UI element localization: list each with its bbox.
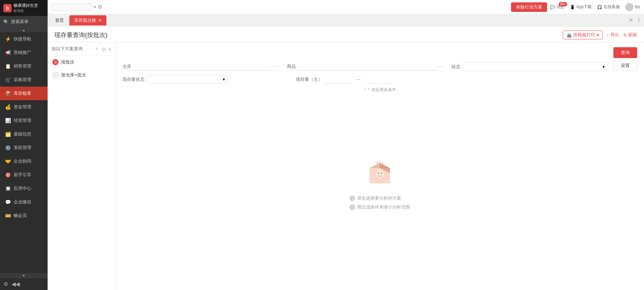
inventory-qty-label: 现存量（主） bbox=[296, 76, 322, 83]
page-actions: 🖨️ 按模板打印 ▾ ↑ 导出 ↻ 刷新 bbox=[563, 31, 638, 39]
warehouse-filter: 仓库 ··· bbox=[122, 62, 283, 71]
warehouse-input[interactable] bbox=[133, 62, 271, 71]
wechat-label: 企业微信 bbox=[14, 199, 31, 205]
quick-nav-icon: ⚡ bbox=[5, 36, 11, 42]
quick-nav-label: 快捷导航 bbox=[14, 36, 31, 42]
sidebar-item-purchase[interactable]: 🛒 采购管理 bbox=[0, 73, 48, 87]
tab-home[interactable]: 首页 bbox=[50, 15, 69, 25]
inventory-status-dropdown-icon: ▾ bbox=[223, 77, 225, 82]
breadcrumb-chevron-icon[interactable]: ▾ bbox=[94, 4, 96, 10]
scheme-warehouse-batch-icon: ◎ bbox=[52, 72, 58, 78]
basic-icon: 🗂️ bbox=[5, 131, 11, 137]
topbar-right: 💬 消息 99+ 📱 App下载 🎧 在线客服 Rit bbox=[550, 3, 640, 11]
sidebar-item-newbie[interactable]: 🎯 新手引导 bbox=[0, 168, 48, 182]
scheme-batch-icon: 批 bbox=[52, 59, 58, 65]
sidebar-scroll-down[interactable]: ▼ bbox=[0, 273, 48, 278]
right-panel: 仓库 ··· 商品 ··· 状态 ▾ bbox=[116, 42, 644, 290]
sidebar-item-system[interactable]: ⚙️ 系统管理 bbox=[0, 141, 48, 155]
tab-close-icon[interactable]: ✕ bbox=[98, 18, 102, 23]
scheme-by-batch[interactable]: 批 按批次 bbox=[48, 56, 115, 69]
page-title: 现存量查询(按批次) bbox=[54, 31, 107, 39]
tip-text-2: 用过滤条件来缩小分析范围 bbox=[357, 204, 410, 210]
refresh-button[interactable]: ↻ 刷新 bbox=[623, 32, 637, 38]
sidebar-item-basic[interactable]: 🗂️ 基础信息 bbox=[0, 127, 48, 141]
sidebar-item-inventory[interactable]: 📦 库存核算 bbox=[0, 87, 48, 100]
settings-button[interactable]: 设置 bbox=[613, 60, 637, 71]
sidebar-item-enterprise[interactable]: 🤝 企业协同 bbox=[0, 155, 48, 168]
empty-state: 1 请先选择要分析的方案 2 用过滤条件来缩小分析范围 bbox=[116, 97, 644, 290]
collapse-more-conditions[interactable]: ⌃⌃ 收起更多条件 bbox=[122, 85, 637, 96]
app-download-item[interactable]: 📱 App下载 bbox=[570, 4, 592, 10]
print-button[interactable]: 🖨️ 按模板打印 ▾ bbox=[563, 31, 603, 39]
search-input[interactable] bbox=[52, 3, 92, 11]
sidebar-item-operations[interactable]: 📊 经营管理 bbox=[0, 114, 48, 127]
tip-num-1: 1 bbox=[350, 196, 355, 201]
purchase-icon: 🛒 bbox=[5, 77, 11, 83]
user-profile-item[interactable]: Rit bbox=[625, 3, 640, 11]
warehouse-more-icon[interactable]: ··· bbox=[273, 64, 279, 70]
collapse-left-icon[interactable]: « bbox=[108, 46, 111, 52]
sidebar-item-marketing[interactable]: 📢 营销推广 bbox=[0, 46, 48, 59]
svg-line-8 bbox=[382, 162, 383, 165]
printer-icon: 🖨️ bbox=[566, 33, 572, 38]
collapse-label: 收起更多条件 bbox=[372, 87, 396, 93]
sidebar-item-finance[interactable]: 💰 资金管理 bbox=[0, 100, 48, 114]
sidebar-item-apps[interactable]: 🔲 应用中心 bbox=[0, 182, 48, 195]
scheme-batch-label: 按批次 bbox=[61, 59, 74, 65]
app-download-label: App下载 bbox=[576, 4, 592, 10]
scheme-settings-icon[interactable]: ◎ bbox=[102, 46, 106, 52]
app-logo: b bbox=[3, 4, 12, 12]
qty-range-dash: — bbox=[354, 77, 363, 82]
inventory-status-filter: 现存量状态 ▾ bbox=[122, 75, 290, 84]
settings-gear-icon[interactable]: ⚙ bbox=[98, 4, 102, 10]
print-label: 按模板打印 bbox=[573, 32, 595, 38]
member-label: 畅会员 bbox=[14, 213, 27, 219]
online-service-item[interactable]: 🎧 在线客服 bbox=[597, 4, 620, 10]
product-input[interactable] bbox=[298, 62, 436, 71]
sidebar: b 畅康通好生意 标准版 🔍 搜索菜单 ▲ ⚡ 快捷导航 📢 营销推广 📋 销售… bbox=[0, 0, 48, 290]
user-name: Rit bbox=[635, 5, 640, 10]
messages-badge: 99+ bbox=[559, 2, 567, 6]
print-dropdown-icon[interactable]: ▾ bbox=[597, 33, 599, 38]
search-menu[interactable]: 🔍 搜索菜单 bbox=[0, 16, 48, 28]
newbie-label: 新手引导 bbox=[14, 172, 31, 178]
action-buttons: 查询 设置 bbox=[608, 47, 637, 71]
inventory-qty-end[interactable] bbox=[366, 75, 393, 84]
query-button[interactable]: 查询 bbox=[613, 47, 637, 58]
industry-solution-button[interactable]: 体验行业方案 bbox=[511, 2, 547, 12]
wechat-icon: 💬 bbox=[5, 199, 11, 205]
collapse-sidebar-icon[interactable]: ◀◀ bbox=[12, 281, 20, 287]
sidebar-item-quick-nav[interactable]: ⚡ 快捷导航 bbox=[0, 32, 48, 46]
add-scheme-icon[interactable]: ＋ bbox=[94, 46, 99, 52]
sidebar-nav: ⚡ 快捷导航 📢 营销推广 📋 销售管理 🛒 采购管理 📦 库存核算 💰 资金管… bbox=[0, 32, 48, 273]
export-icon: ↑ bbox=[607, 33, 609, 38]
message-icon: 💬 bbox=[550, 5, 555, 10]
status-filter: 状态 ▾ bbox=[447, 62, 608, 71]
newbie-icon: 🎯 bbox=[5, 172, 11, 178]
export-button[interactable]: ↑ 导出 bbox=[607, 32, 620, 38]
inventory-qty-start[interactable] bbox=[324, 75, 352, 84]
panel-expand-icon[interactable]: ⟩ bbox=[637, 17, 641, 23]
inventory-batch-tab-label: 库存批次账 bbox=[74, 17, 96, 23]
sidebar-item-sales[interactable]: 📋 销售管理 bbox=[0, 59, 48, 73]
panel-close-icon[interactable]: ✕ bbox=[626, 17, 636, 23]
messages-item[interactable]: 💬 消息 99+ bbox=[550, 4, 564, 10]
status-select[interactable]: ▾ bbox=[462, 62, 608, 71]
breadcrumb: ▾ ⚙ bbox=[52, 3, 508, 11]
inventory-status-select[interactable]: ▾ bbox=[147, 75, 228, 84]
svg-point-3 bbox=[376, 170, 384, 178]
page-header: 现存量查询(按批次) 🖨️ 按模板打印 ▾ ↑ 导出 ↻ 刷新 bbox=[48, 26, 644, 42]
sidebar-item-member[interactable]: 🎫 畅会员 bbox=[0, 209, 48, 222]
company-name: 畅康通好生意 bbox=[14, 3, 38, 8]
inventory-quantity-filter: 现存量（主） — bbox=[296, 75, 464, 84]
sidebar-scroll-up[interactable]: ▲ bbox=[0, 28, 48, 32]
settings-footer-icon[interactable]: ⚙ bbox=[3, 281, 8, 287]
tab-inventory-batch[interactable]: 库存批次账 ✕ bbox=[69, 15, 106, 25]
left-panel-icons: ＋ ◎ « bbox=[94, 46, 111, 52]
empty-illustration bbox=[363, 155, 397, 188]
scroll-up-icon: ▲ bbox=[22, 28, 26, 32]
product-more-icon[interactable]: ··· bbox=[438, 64, 443, 70]
operations-label: 经营管理 bbox=[14, 117, 31, 124]
scheme-by-warehouse-batch[interactable]: ◎ 按仓库+批次 bbox=[48, 69, 115, 81]
sidebar-item-wechat[interactable]: 💬 企业微信 bbox=[0, 195, 48, 209]
